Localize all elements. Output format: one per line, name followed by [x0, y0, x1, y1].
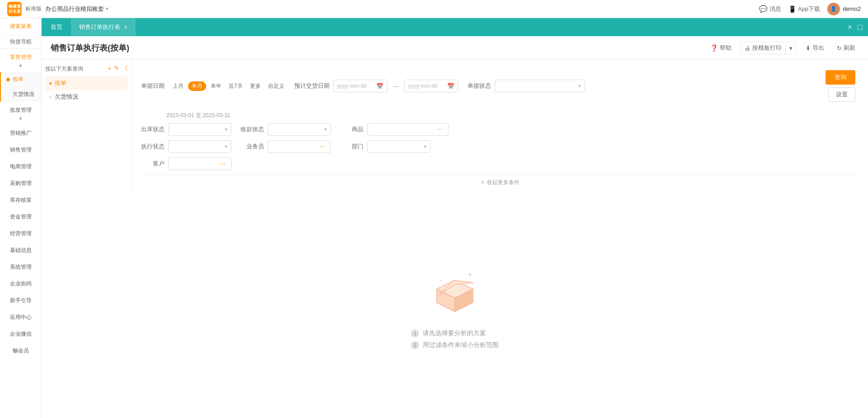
sidebar-sub-item-debt[interactable]: 欠货情况: [1, 87, 41, 102]
action-buttons: 查询 设置: [826, 65, 861, 107]
customer-label: 客户: [139, 160, 165, 168]
content-area: 销售订单执行表(按单) ❓ 帮助 🖨 按模板打印 ▾: [42, 36, 868, 418]
sidebar-item-retail-label: 零售管理: [10, 53, 32, 61]
sidebar-item-system[interactable]: 系统管理: [0, 259, 41, 276]
salesperson-dots-icon[interactable]: ···: [317, 142, 327, 151]
edit-scheme-icon[interactable]: ✎: [114, 65, 119, 73]
query-button[interactable]: 查询: [826, 70, 855, 85]
sidebar-item-enterprise-label: 企业协同: [10, 280, 32, 288]
expected-date-end-input[interactable]: yyyy-mm-dd 📅: [404, 80, 458, 92]
empty-state-icon: ✦ ✦ ✦: [428, 264, 482, 318]
app-name-area[interactable]: 办公用品行业模拟账套 ▾: [45, 5, 108, 13]
print-button-group: 🖨 按模板打印 ▾: [741, 42, 797, 54]
tab-minimize-button[interactable]: ×: [846, 21, 854, 34]
department-chevron: ▾: [424, 143, 426, 150]
delivery-status-select[interactable]: ▾: [168, 123, 231, 136]
date-tab-this-year[interactable]: 本年: [208, 81, 224, 91]
sidebar-item-retail[interactable]: 零售管理 ▲: [0, 49, 41, 72]
exec-status-select[interactable]: ▾: [168, 140, 231, 153]
expected-date-end-placeholder: yyyy-mm-dd: [408, 83, 438, 89]
collapse-more-button[interactable]: ∧ 收起更多条件: [139, 175, 861, 190]
date-tabs-group: 上月 本月 本年 近7天 更多 自定义: [168, 81, 287, 91]
add-scheme-icon[interactable]: +: [108, 65, 111, 73]
app-download-button[interactable]: 📱 App下载: [788, 5, 820, 13]
sidebar-item-sales[interactable]: 销售管理: [0, 142, 41, 158]
avatar: 👤: [827, 3, 840, 15]
print-button[interactable]: 🖨 按模板打印: [741, 42, 785, 54]
svg-text:✦: ✦: [467, 271, 473, 278]
expected-date-label: 预计交货日期: [294, 82, 330, 90]
date-tab-custom[interactable]: 自定义: [265, 81, 287, 91]
sidebar: 搜索菜单 快捷导航 零售管理 ▲ 按单 欠货情况 批发管理 ▲ 营销推广: [0, 18, 42, 418]
sidebar-item-system-label: 系统管理: [10, 263, 32, 271]
collection-status-select[interactable]: ▾: [268, 123, 331, 136]
collapse-scheme-icon[interactable]: 《: [122, 65, 128, 73]
sidebar-item-member[interactable]: 畅会员: [0, 342, 41, 359]
date-tab-this-month[interactable]: 本月: [188, 81, 206, 91]
chevron-down-icon: ▾: [789, 45, 793, 52]
date-tab-more[interactable]: 更多: [247, 81, 264, 91]
sidebar-item-appstore[interactable]: 应用中心: [0, 309, 41, 326]
sidebar-item-operations[interactable]: 经营管理: [0, 225, 41, 242]
setting-button[interactable]: 设置: [828, 87, 855, 102]
department-select[interactable]: ▾: [367, 140, 430, 153]
refresh-button[interactable]: ↻ 刷新: [833, 42, 859, 54]
filter-row-2: 出库状态 ▾ 收款状态 ▾: [139, 123, 861, 136]
salesperson-input[interactable]: ···: [268, 140, 331, 153]
sidebar-item-wholesale[interactable]: 批发管理 ▲: [0, 102, 41, 125]
product-input[interactable]: ···: [367, 123, 448, 136]
scheme-item-debt[interactable]: ○ 欠货情况: [45, 90, 128, 104]
topbar: 畅捷通 好生意 标准版 办公用品行业模拟账套 ▾ 💬 消息 📱 App下载 👤 …: [0, 0, 868, 18]
sidebar-item-enterprise[interactable]: 企业协同: [0, 276, 41, 292]
main-container: 搜索菜单 快捷导航 零售管理 ▲ 按单 欠货情况 批发管理 ▲ 营销推广: [0, 18, 868, 418]
customer-dots-icon[interactable]: ···: [218, 160, 227, 168]
date-tab-7days[interactable]: 近7天: [226, 81, 245, 91]
sidebar-search-label[interactable]: 搜索菜单: [10, 23, 32, 29]
sidebar-item-newcomer-label: 新手引导: [10, 297, 32, 304]
sidebar-item-finance[interactable]: 资金管理: [0, 209, 41, 225]
sidebar-nav-label[interactable]: 快捷导航: [10, 38, 32, 45]
product-dots-icon[interactable]: ···: [435, 125, 444, 133]
sidebar-item-operations-label: 经营管理: [10, 230, 32, 238]
sidebar-item-finance-label: 资金管理: [10, 213, 32, 221]
expected-date-start-input[interactable]: yyyy-mm-dd 📅: [333, 80, 387, 92]
sidebar-item-inventory[interactable]: 库存核算: [0, 192, 41, 209]
filter-scheme-title-text: 按以下方案查询: [45, 65, 83, 73]
user-area[interactable]: 👤 demo2: [827, 3, 861, 15]
sidebar-item-ecommerce-label: 电商管理: [10, 163, 32, 171]
sidebar-item-basic[interactable]: 基础信息: [0, 242, 41, 259]
sidebar-search-section: 搜索菜单: [0, 18, 41, 35]
sidebar-item-marketing[interactable]: 营销推广: [0, 125, 41, 142]
sidebar-item-ecommerce[interactable]: 电商管理: [0, 158, 41, 175]
doc-status-select[interactable]: ▾: [495, 80, 585, 92]
tab-maximize-button[interactable]: □: [856, 21, 864, 34]
sidebar-item-sales-label: 销售管理: [10, 146, 32, 154]
refresh-icon: ↻: [837, 45, 842, 52]
hint-text-1: 请先选择要分析的方案: [423, 329, 486, 337]
sidebar-sub-retail: 按单 欠货情况: [0, 72, 41, 102]
scheme-item-receipt[interactable]: ● 按单: [45, 76, 128, 90]
export-button[interactable]: ⬇ 导出: [802, 42, 828, 54]
sidebar-sub-item-receipt[interactable]: 按单: [1, 72, 41, 87]
help-button[interactable]: ❓ 帮助: [707, 42, 735, 54]
filter-field-salesperson: 业务员 ···: [239, 140, 331, 153]
sidebar-item-wholesale-label: 批发管理: [10, 106, 32, 114]
date-field-label: 单据日期: [139, 82, 165, 90]
sidebar-item-inventory-label: 库存核算: [10, 196, 32, 204]
sidebar-item-wechat[interactable]: 企业微信: [0, 326, 41, 342]
tab-close-icon[interactable]: ×: [124, 24, 127, 31]
empty-box-svg: ✦ ✦ ✦: [428, 264, 482, 318]
date-tab-last-month[interactable]: 上月: [170, 81, 186, 91]
salesperson-label: 业务员: [239, 142, 264, 151]
tab-home[interactable]: 首页: [42, 18, 71, 36]
empty-state: ✦ ✦ ✦ 1 请先选择要分析的方案 2 用过滤条件来缩小分析范围: [42, 195, 868, 418]
collection-status-chevron: ▾: [324, 126, 327, 133]
sidebar-item-wechat-label: 企业微信: [10, 330, 32, 338]
tab-sales-order[interactable]: 销售订单执行表 ×: [71, 18, 135, 36]
customer-input[interactable]: ···: [168, 157, 231, 170]
sidebar-item-purchase[interactable]: 采购管理: [0, 175, 41, 192]
sidebar-item-newcomer[interactable]: 新手引导: [0, 292, 41, 309]
print-chevron[interactable]: ▾: [786, 43, 796, 53]
message-button[interactable]: 💬 消息: [759, 5, 781, 13]
inactive-indicator: [6, 93, 10, 96]
